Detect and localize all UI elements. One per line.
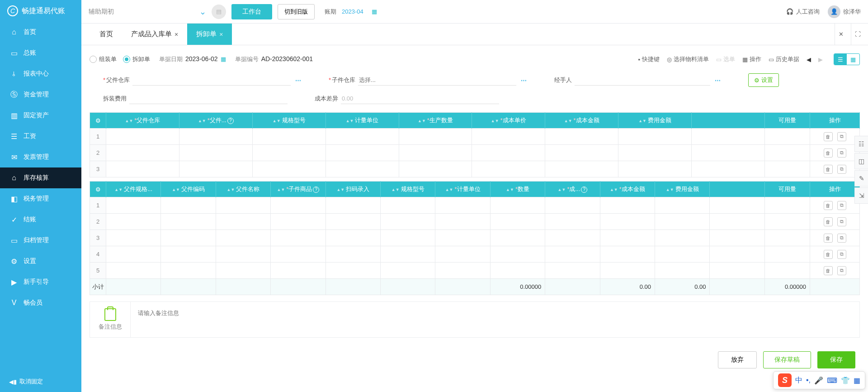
- nav-item-1[interactable]: ▭总账: [0, 43, 81, 63]
- cell[interactable]: [710, 214, 765, 230]
- radio-disassemble[interactable]: 拆卸单: [123, 55, 150, 63]
- dock-expand-icon[interactable]: ⇲: [854, 187, 868, 204]
- cell[interactable]: [161, 230, 216, 246]
- child-warehouse-input[interactable]: [358, 75, 516, 86]
- sort-icon[interactable]: ▲▼: [336, 188, 344, 191]
- sort-icon[interactable]: ▲▼: [346, 120, 354, 122]
- cell[interactable]: [381, 197, 435, 214]
- cell[interactable]: [545, 145, 618, 161]
- cell[interactable]: [381, 263, 435, 279]
- col-header[interactable]: ▲▼费用金额: [618, 113, 692, 129]
- sort-icon[interactable]: ▲▼: [172, 188, 180, 191]
- nav-item-5[interactable]: ☰工资: [0, 126, 81, 147]
- cell[interactable]: [216, 230, 270, 246]
- cell[interactable]: [435, 263, 490, 279]
- sort-icon[interactable]: ▲▼: [610, 188, 618, 191]
- cell[interactable]: [435, 246, 490, 263]
- cell[interactable]: [490, 197, 545, 214]
- save-draft-button[interactable]: 保存草稿: [763, 351, 811, 368]
- delete-icon[interactable]: 🗑: [824, 148, 833, 158]
- cell[interactable]: [216, 246, 270, 263]
- dock-list-icon[interactable]: ☷: [854, 136, 868, 152]
- cell[interactable]: [271, 263, 326, 279]
- copy-icon[interactable]: ⧉: [837, 132, 846, 141]
- workbench-button[interactable]: 工作台: [231, 4, 272, 19]
- cell[interactable]: [765, 145, 810, 161]
- calendar-icon[interactable]: ▦: [372, 8, 377, 15]
- operate-action[interactable]: ▦操作: [742, 55, 761, 63]
- table-row[interactable]: 2🗑⧉: [90, 145, 860, 161]
- cell[interactable]: [179, 129, 252, 145]
- nav-item-3[interactable]: Ⓢ资金管理: [0, 84, 81, 105]
- delete-icon[interactable]: 🗑: [824, 201, 833, 210]
- sort-icon[interactable]: ▲▼: [564, 120, 572, 122]
- cell[interactable]: [271, 246, 326, 263]
- tab[interactable]: 产成品入库单×: [122, 24, 187, 45]
- cell[interactable]: [490, 246, 545, 263]
- cell[interactable]: [106, 129, 179, 145]
- col-header[interactable]: ▲▼父件名称: [216, 182, 270, 197]
- radio-assemble[interactable]: 组装单: [90, 55, 117, 63]
- col-header[interactable]: 可用量: [765, 113, 810, 129]
- nav-item-11[interactable]: ⚙设置: [0, 251, 81, 272]
- close-all-tabs[interactable]: ✕: [835, 24, 847, 45]
- handler-input[interactable]: [575, 75, 710, 86]
- unpin-sidebar[interactable]: ◀▮ 取消固定: [0, 371, 81, 392]
- cell[interactable]: [106, 230, 161, 246]
- table-row[interactable]: 1🗑⧉: [90, 129, 860, 145]
- sort-icon[interactable]: ▲▼: [506, 188, 514, 191]
- help-icon[interactable]: ?: [313, 186, 319, 193]
- cell[interactable]: [692, 161, 765, 177]
- col-header[interactable]: ▲▼*成本金额: [545, 113, 618, 129]
- cell[interactable]: [472, 129, 545, 145]
- col-header[interactable]: ▲▼父件编码: [161, 182, 216, 197]
- view-grid[interactable]: ▦: [847, 54, 859, 65]
- entity-dropdown[interactable]: 辅助期初 ⌄: [89, 7, 206, 17]
- material-action[interactable]: ◎选择物料清单: [667, 55, 709, 63]
- cell[interactable]: [710, 230, 765, 246]
- cell[interactable]: [655, 197, 710, 214]
- cell[interactable]: [618, 129, 692, 145]
- cell[interactable]: [106, 214, 161, 230]
- nav-item-0[interactable]: ⌂首页: [0, 22, 81, 43]
- cell[interactable]: [765, 129, 810, 145]
- gear-icon[interactable]: ⚙: [95, 186, 101, 193]
- ime-mic-icon[interactable]: 🎤: [814, 376, 823, 385]
- cell[interactable]: [161, 246, 216, 263]
- col-header[interactable]: ▲▼*成本金额: [600, 182, 655, 197]
- sort-icon[interactable]: ▲▼: [227, 188, 235, 191]
- nav-item-7[interactable]: ⌂库存核算: [0, 167, 81, 188]
- ime-keyboard-icon[interactable]: ⌨: [827, 376, 837, 385]
- cell[interactable]: [545, 214, 600, 230]
- cell[interactable]: [399, 145, 472, 161]
- copy-icon[interactable]: ⧉: [837, 165, 846, 174]
- col-header[interactable]: ▲▼扫码录入: [326, 182, 380, 197]
- cell[interactable]: [765, 246, 810, 263]
- cell[interactable]: [216, 214, 270, 230]
- nav-item-10[interactable]: ▭归档管理: [0, 230, 81, 251]
- ime-toolbar[interactable]: S 中 •, 🎤 ⌨ 👕 ▦: [773, 371, 865, 389]
- cell[interactable]: [710, 246, 765, 263]
- tab[interactable]: 拆卸单×: [187, 24, 232, 45]
- col-header[interactable]: ▲▼*父件仓库: [106, 113, 179, 129]
- assembly-fee-input[interactable]: [129, 93, 288, 104]
- user-menu[interactable]: 👤 徐泽华: [828, 5, 861, 18]
- cell[interactable]: [326, 230, 380, 246]
- cell[interactable]: [600, 214, 655, 230]
- sort-icon[interactable]: ▲▼: [638, 120, 646, 122]
- cell[interactable]: [216, 263, 270, 279]
- cell[interactable]: [490, 214, 545, 230]
- cell[interactable]: [326, 197, 380, 214]
- help-link[interactable]: 🎧 人工咨询: [786, 8, 820, 16]
- sort-icon[interactable]: ▲▼: [418, 120, 426, 122]
- cell[interactable]: [655, 230, 710, 246]
- cell[interactable]: [106, 145, 179, 161]
- cell[interactable]: [161, 214, 216, 230]
- next-icon[interactable]: ▶: [818, 56, 823, 63]
- tab[interactable]: 首页: [90, 24, 122, 45]
- cell[interactable]: [692, 145, 765, 161]
- table-row[interactable]: 5🗑⧉: [90, 263, 860, 279]
- col-header[interactable]: [692, 113, 765, 129]
- table-row[interactable]: 2🗑⧉: [90, 214, 860, 230]
- doc-date-value[interactable]: 2023-06-02: [185, 55, 218, 62]
